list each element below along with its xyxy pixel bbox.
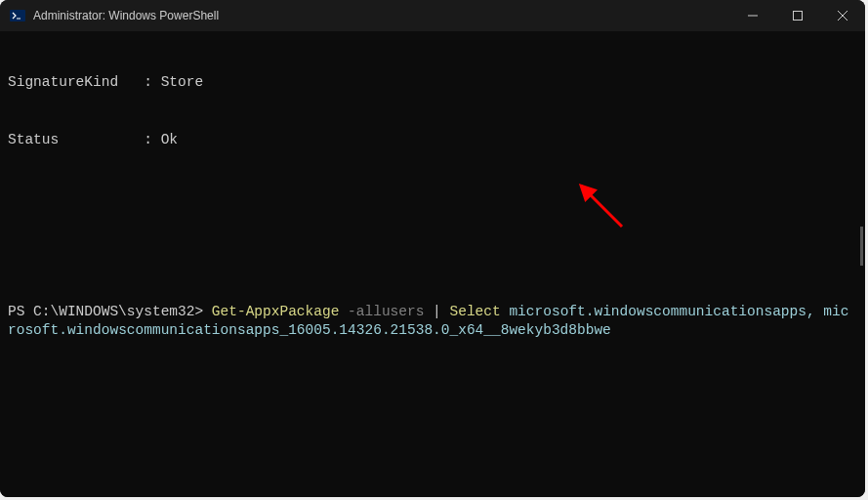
prompt-path: PS C:\WINDOWS\system32> <box>8 304 212 319</box>
maximize-button[interactable] <box>775 0 820 31</box>
cmdlet-name: Select <box>450 304 501 319</box>
window-controls <box>730 0 865 31</box>
output-sep: : <box>59 132 160 147</box>
pipe-operator: | <box>433 304 449 319</box>
minimize-button[interactable] <box>730 0 775 31</box>
svg-rect-3 <box>794 12 803 21</box>
blank-line <box>8 245 857 265</box>
close-button[interactable] <box>820 0 865 31</box>
output-sep: : <box>118 74 161 90</box>
output-value: Store <box>161 74 204 90</box>
blank-line <box>8 188 857 208</box>
svg-rect-0 <box>10 10 25 21</box>
output-row: SignatureKind : Store <box>8 73 857 93</box>
output-row: Status : Ok <box>8 131 857 150</box>
powershell-icon <box>10 8 25 23</box>
window-title: Administrator: Windows PowerShell <box>33 9 730 22</box>
command-line: PS C:\WINDOWS\system32> Get-AppxPackage … <box>8 303 857 341</box>
output-label: Status <box>8 132 59 147</box>
cmdlet-flag: -allusers <box>339 304 433 319</box>
output-value: Ok <box>161 132 178 147</box>
scrollbar-thumb[interactable] <box>860 227 863 266</box>
cmdlet-args: ndowscommunicationsapps_16005.14326.2153… <box>84 322 611 338</box>
powershell-window: Administrator: Windows PowerShell Signat… <box>0 0 865 497</box>
window-titlebar[interactable]: Administrator: Windows PowerShell <box>0 0 865 31</box>
output-label: SignatureKind <box>8 74 118 90</box>
terminal-body[interactable]: SignatureKind : Store Status : Ok PS C:\… <box>0 31 865 497</box>
cmdlet-name: Get-AppxPackage <box>212 304 340 319</box>
